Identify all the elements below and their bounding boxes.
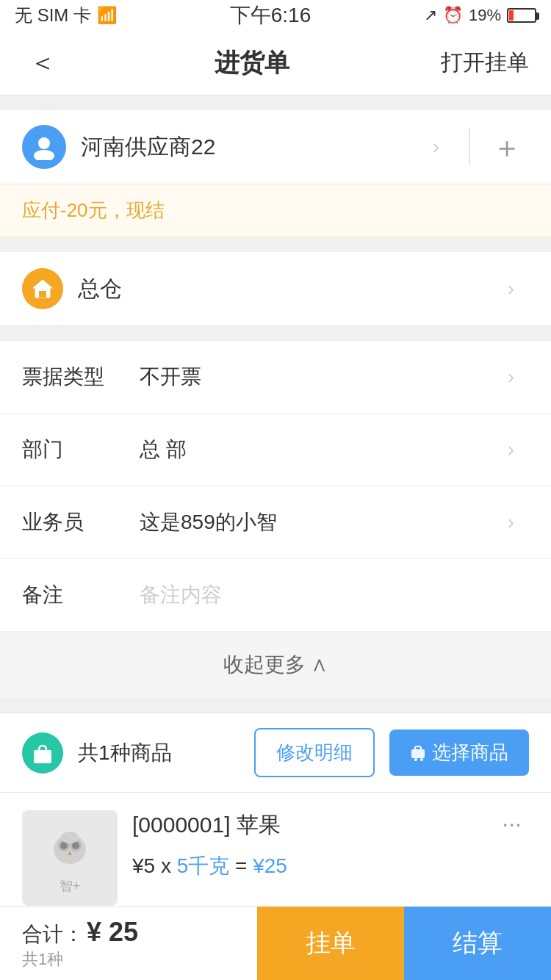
invoice-label: 票据类型 — [22, 363, 140, 391]
product-details: [0000001] 苹果 ¥5 x 5千克 = ¥25 — [132, 810, 480, 880]
total-count: 共1种 — [22, 948, 235, 970]
product-count: 共1种商品 — [78, 739, 240, 767]
product-name: [0000001] 苹果 — [132, 810, 480, 840]
svg-point-7 — [420, 758, 423, 761]
open-pending-button[interactable]: 打开挂单 — [441, 48, 529, 78]
product-more-button[interactable]: ··· — [494, 810, 529, 837]
svg-point-11 — [60, 842, 68, 849]
bottom-bar: 合计： ¥ 25 共1种 挂单 结算 — [0, 907, 551, 980]
mid-divider-3 — [0, 698, 551, 713]
info-banner: 应付-20元，现结 — [0, 184, 551, 237]
department-label: 部门 — [22, 436, 140, 464]
supplier-chevron-icon: › — [433, 135, 439, 159]
edit-details-button[interactable]: 修改明细 — [254, 728, 375, 777]
remark-label: 备注 — [22, 581, 140, 609]
warehouse-icon — [22, 268, 63, 309]
warehouse-chevron-icon: › — [508, 277, 514, 300]
supplier-avatar — [22, 125, 66, 169]
svg-rect-3 — [39, 291, 46, 298]
battery-icon — [507, 8, 536, 23]
invoice-value: 不开票 — [140, 363, 508, 391]
quantity: 5千克 — [177, 854, 230, 877]
page-title: 进货单 — [215, 46, 289, 80]
total-amount: ¥ 25 — [87, 917, 138, 948]
invoice-chevron-icon: › — [508, 365, 514, 389]
invoice-row[interactable]: 票据类型 不开票 › — [0, 341, 551, 414]
salesperson-value: 这是859的小智 — [140, 508, 508, 536]
back-button[interactable]: ＜ — [22, 37, 63, 88]
department-row[interactable]: 部门 总 部 › — [0, 414, 551, 486]
svg-point-1 — [34, 150, 54, 160]
mid-divider-1 — [0, 237, 551, 252]
product-thumbnail: 智+ — [22, 810, 118, 906]
status-right: ↗ ⏰ 19% — [424, 6, 536, 25]
alarm-icon: ⏰ — [443, 6, 463, 25]
product-item: 智+ [0000001] 苹果 ¥5 x 5千克 = ¥25 ··· — [0, 793, 551, 924]
supplier-divider — [469, 129, 470, 165]
subtotal: ¥25 — [253, 854, 287, 877]
equals: = — [229, 854, 253, 877]
collapse-button[interactable]: 收起更多 ∧ — [0, 632, 551, 698]
select-product-button[interactable]: 选择商品 — [389, 729, 529, 776]
total-section: 合计： ¥ 25 共1种 — [0, 907, 257, 980]
pending-button[interactable]: 挂单 — [257, 907, 404, 980]
remark-input[interactable]: 备注内容 — [140, 581, 529, 609]
add-supplier-button[interactable]: ＋ — [485, 127, 529, 167]
department-chevron-icon: › — [508, 438, 514, 461]
home-icon — [32, 278, 54, 300]
total-label: 合计： — [22, 920, 84, 948]
product-price: ¥5 x 5千克 = ¥25 — [132, 852, 480, 880]
status-bar: 无 SIM 卡 📶 下午6:16 ↗ ⏰ 19% — [0, 0, 551, 31]
status-time: 下午6:16 — [230, 1, 311, 29]
carrier-label: 无 SIM 卡 — [15, 4, 91, 27]
info-text: 应付-20元，现结 — [22, 199, 165, 221]
nav-bar: ＜ 进货单 打开挂单 — [0, 31, 551, 96]
svg-rect-5 — [411, 749, 425, 758]
product-title: 苹果 — [237, 813, 281, 837]
product-icon — [22, 732, 63, 774]
product-header: 共1种商品 修改明细 选择商品 — [0, 713, 551, 793]
person-icon — [31, 134, 57, 160]
svg-point-6 — [414, 758, 417, 761]
status-left: 无 SIM 卡 📶 — [15, 4, 117, 27]
owl-logo: 智+ — [44, 821, 96, 895]
owl-icon — [44, 821, 96, 873]
salesperson-row[interactable]: 业务员 这是859的小智 › — [0, 486, 551, 559]
warehouse-row[interactable]: 总仓 › — [0, 252, 551, 326]
location-icon: ↗ — [424, 6, 437, 25]
unit-price: ¥5 x — [132, 854, 177, 877]
remark-row[interactable]: 备注 备注内容 — [0, 559, 551, 632]
top-divider — [0, 96, 551, 110]
checkout-button[interactable]: 结算 — [404, 907, 551, 980]
supplier-row[interactable]: 河南供应商22 › ＋ — [0, 110, 551, 184]
svg-point-14 — [61, 832, 79, 843]
mid-divider-2 — [0, 326, 551, 341]
department-value: 总 部 — [140, 436, 508, 464]
cart-icon — [410, 745, 426, 761]
salesperson-label: 业务员 — [22, 508, 140, 536]
shopping-bag-icon — [31, 741, 54, 765]
salesperson-chevron-icon: › — [508, 511, 514, 534]
supplier-name: 河南供应商22 — [81, 132, 433, 162]
select-product-label: 选择商品 — [432, 740, 508, 765]
battery-percent: 19% — [469, 6, 501, 25]
brand-label: 智+ — [44, 877, 96, 895]
wifi-icon: 📶 — [97, 6, 117, 25]
warehouse-name: 总仓 — [78, 274, 508, 304]
product-id: [0000001] — [132, 813, 237, 837]
svg-point-12 — [72, 842, 79, 849]
svg-point-0 — [38, 137, 50, 149]
svg-rect-4 — [34, 750, 51, 763]
